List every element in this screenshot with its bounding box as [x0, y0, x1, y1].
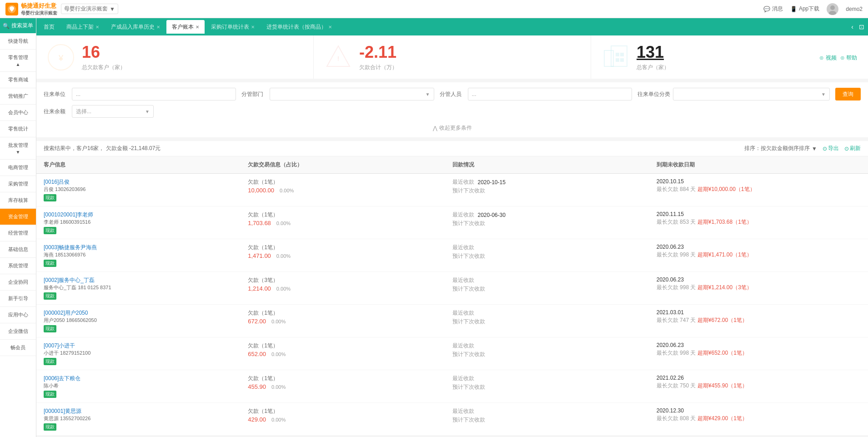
- search-button[interactable]: 查询: [835, 88, 861, 100]
- customer-name-4[interactable]: [0002]服务中心_丁磊: [44, 276, 248, 284]
- table-row: [000001]黄思源 黄思源 13552700226 现款 欠款（1笔） 42…: [36, 403, 868, 436]
- svg-rect-12: [620, 58, 624, 62]
- result-summary: 搜索结果中，客户16家， 欠款金额 -21,148.07元: [44, 145, 161, 152]
- result-bar: 搜索结果中，客户16家， 欠款金额 -21,148.07元 排序：按欠款金额倒序…: [36, 141, 868, 156]
- cell-due-1: 2020.10.15 最长欠款 884 天 超期¥10,000.00（1笔）: [657, 178, 861, 193]
- tab-product-listing[interactable]: 商品上下架 ✕: [61, 20, 105, 34]
- sidebar-item-purchase-mgmt[interactable]: 采购管理: [0, 176, 36, 192]
- stats-row: ¥ 16 总欠款客户（家） !: [36, 35, 868, 79]
- sort-select[interactable]: 排序：按欠款金额倒序排序 ▼: [744, 145, 817, 152]
- customer-phone-5: 用户2050 18665062050: [44, 317, 248, 324]
- tab-purchase-stats[interactable]: 进货单统计表（按商品） ✕: [261, 20, 337, 34]
- customer-name-2[interactable]: [0001020001]李老师: [44, 211, 248, 219]
- cell-debt-4: 欠款（3笔） 1,214.00 0.00%: [248, 276, 452, 292]
- cell-customer-2: [0001020001]李老师 李老师 18600391516 现款: [44, 211, 248, 234]
- table-header: 客户信息 欠款交易信息（占比） 回款情况 到期未收款日期: [36, 156, 868, 174]
- close-icon[interactable]: ✕: [196, 25, 199, 30]
- sidebar-item-ops-mgmt[interactable]: 经营管理: [0, 225, 36, 241]
- filter-label-balance: 往来余额: [44, 108, 69, 116]
- stat-value-total-debt: -2.11: [359, 43, 397, 62]
- customer-name-8[interactable]: [000001]黄思源: [44, 407, 248, 415]
- filter-section: 往来单位 ... 分管部门 ▼ 分管人员: [36, 82, 868, 137]
- close-icon[interactable]: ✕: [95, 25, 99, 30]
- cell-customer-5: [000002]用户2050 用户2050 18665062050 现款: [44, 309, 248, 332]
- customer-name-5[interactable]: [000002]用户2050: [44, 309, 248, 317]
- collapse-row[interactable]: ⋀ 收起更多条件: [44, 122, 861, 132]
- help-link[interactable]: ⊙ 帮助: [840, 54, 857, 62]
- source-unit-input[interactable]: ...: [72, 88, 236, 100]
- cell-customer-6: [0007]小进干 小进干 18279152100 现款: [44, 342, 248, 365]
- customer-name-1[interactable]: [0016]吕俊: [44, 178, 248, 186]
- sidebar-item-base-info[interactable]: 基础信息: [0, 241, 36, 258]
- message-button[interactable]: 💬 消息: [763, 5, 783, 13]
- tab-customer-account[interactable]: 客户账本 ✕: [166, 20, 205, 34]
- close-icon[interactable]: ✕: [251, 25, 255, 30]
- app-download-button[interactable]: 📱 App下载: [790, 5, 819, 13]
- cell-return-2: 最近收款 2020-06-30 预计下次收款: [452, 211, 657, 227]
- sidebar-item-finance-mgmt[interactable]: 资金管理: [0, 209, 36, 225]
- customer-name-3[interactable]: [0003]畅捷服务尹海燕: [44, 244, 248, 251]
- collapse-icon: ⋀: [433, 125, 437, 131]
- category-dropdown[interactable]: ▼: [673, 88, 830, 100]
- cell-return-8: 最近收款 预计下次收款: [452, 407, 657, 424]
- sidebar-item-enterprise-coop[interactable]: 企业协同: [0, 274, 36, 291]
- tab-home[interactable]: 首页: [38, 20, 60, 34]
- sidebar-item-stock-check[interactable]: 库存核算: [0, 192, 36, 209]
- stat-info-2: -2.11 欠款合计（万）: [359, 43, 397, 71]
- export-icon: ⊙: [823, 146, 827, 152]
- top-bar-right: 💬 消息 📱 App下载 demo2: [763, 3, 863, 15]
- close-icon[interactable]: ✕: [328, 25, 332, 30]
- refresh-button[interactable]: ⊙ 刷新: [844, 145, 861, 152]
- data-table: 客户信息 欠款交易信息（占比） 回款情况 到期未收款日期 [0016]吕俊 吕俊…: [36, 156, 868, 436]
- video-link[interactable]: ⊙ 视频: [819, 54, 836, 62]
- sidebar-item-member-plus[interactable]: 畅会员: [0, 340, 36, 356]
- customer-name-6[interactable]: [0007]小进干: [44, 342, 248, 350]
- sidebar-item-batch-mgmt[interactable]: 批发管理 ▼: [0, 137, 36, 160]
- sidebar-item-enterprise-wechat[interactable]: 企业微信: [0, 323, 36, 340]
- balance-dropdown[interactable]: 选择... ▼: [72, 105, 154, 118]
- customer-tag-7: 现款: [44, 391, 56, 398]
- sidebar-search[interactable]: 🔍 搜索菜单: [0, 18, 36, 33]
- sidebar-item-sys-mgmt[interactable]: 系统管理: [0, 258, 36, 274]
- sidebar: 🔍 搜索菜单 快捷导航 零售管理 ▲ 零售商城 营销推广 会员中心 零售统计: [0, 18, 36, 437]
- table-row: [000002]用户2050 用户2050 18665062050 现款 欠款（…: [36, 305, 868, 337]
- customer-name-7[interactable]: [0006]去下粮仓: [44, 375, 248, 382]
- dept-dropdown[interactable]: ▼: [270, 88, 434, 100]
- customer-tag-8: 现款: [44, 423, 56, 431]
- filter-label-source-unit: 往来单位: [44, 90, 69, 98]
- svg-point-2: [829, 11, 836, 15]
- close-icon[interactable]: ✕: [156, 25, 160, 30]
- customer-tag-5: 现款: [44, 325, 56, 332]
- svg-rect-11: [616, 58, 619, 62]
- stat-label-1: 总欠款客户（家）: [82, 64, 125, 71]
- cell-due-2: 2020.11.15 最长欠款 853 天 超期¥1,703.68（1笔）: [657, 211, 861, 226]
- customer-tag-1: 现款: [44, 194, 56, 201]
- main-layout: 🔍 搜索菜单 快捷导航 零售管理 ▲ 零售商城 营销推广 会员中心 零售统计: [0, 18, 868, 437]
- filter-row-2: 往来余额 选择... ▼: [44, 105, 861, 118]
- company-selector[interactable]: 母婴行业演示账套 ▼: [61, 4, 118, 14]
- tab-maximize-button[interactable]: ⊡: [857, 23, 866, 30]
- logo-area: 畅捷通好生意 母婴行业演示账套: [5, 2, 57, 16]
- person-input[interactable]: ...: [468, 88, 632, 100]
- sidebar-item-retail-store[interactable]: 零售商城: [0, 72, 36, 88]
- sidebar-item-retail-mgmt[interactable]: 零售管理 ▲: [0, 50, 36, 72]
- cell-return-1: 最近收款 2020-10-15 预计下次收款: [452, 178, 657, 195]
- sidebar-item-marketing[interactable]: 营销推广: [0, 88, 36, 105]
- tab-product-instock[interactable]: 产成品入库单历史 ✕: [105, 20, 166, 34]
- cell-customer-3: [0003]畅捷服务尹海燕 海燕 18513066976 现款: [44, 244, 248, 267]
- user-avatar[interactable]: [827, 3, 838, 15]
- sidebar-item-new-guide[interactable]: 新手引导: [0, 291, 36, 307]
- table-row: [0016]吕俊 吕俊 13026203696 现款 欠款（1笔） 10,000…: [36, 174, 868, 206]
- export-button[interactable]: ⊙ 导出: [823, 145, 839, 152]
- sidebar-item-retail-stats[interactable]: 零售统计: [0, 121, 36, 137]
- sidebar-item-ecom-mgmt[interactable]: 电商管理: [0, 160, 36, 176]
- cell-return-3: 最近收款 预计下次收款: [452, 244, 657, 260]
- sidebar-item-app-center[interactable]: 应用中心: [0, 307, 36, 323]
- tab-purchase-order[interactable]: 采购订单统计表 ✕: [206, 20, 260, 34]
- tab-prev-button[interactable]: ‹: [849, 23, 855, 30]
- sidebar-item-member-center[interactable]: 会员中心: [0, 105, 36, 121]
- table-row: [0007]小进干 小进干 18279152100 现款 欠款（1笔） 652.…: [36, 337, 868, 370]
- user-name[interactable]: demo2: [846, 6, 863, 12]
- cell-return-5: 最近收款 预计下次收款: [452, 309, 657, 326]
- filter-label-category: 往来单位分类: [637, 90, 670, 98]
